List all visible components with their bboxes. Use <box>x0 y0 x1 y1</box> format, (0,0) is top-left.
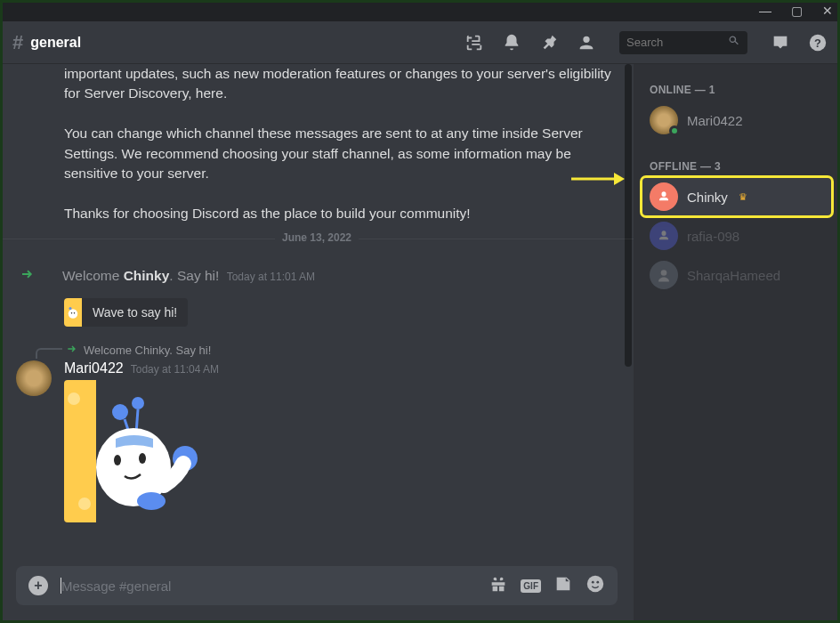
message-row: Mari0422 Today at 11:04 AM <box>0 359 634 522</box>
svg-point-2 <box>69 309 78 319</box>
svg-point-3 <box>71 312 73 314</box>
avatar <box>650 182 678 211</box>
search-input[interactable] <box>626 36 727 49</box>
message-input-area: + GIF <box>16 566 618 605</box>
svg-point-11 <box>114 455 121 465</box>
date-divider: June 13, 2022 <box>0 239 634 252</box>
gif-button[interactable]: GIF <box>521 579 541 593</box>
message-timestamp: Today at 11:04 AM <box>131 363 219 376</box>
close-button[interactable]: ✕ <box>822 4 833 17</box>
member-name: Mari0422 <box>687 113 743 128</box>
avatar <box>650 261 678 289</box>
svg-point-19 <box>661 270 667 276</box>
message-input[interactable] <box>61 578 476 594</box>
scrollbar[interactable] <box>625 64 632 367</box>
member-sharqahameed[interactable]: SharqaHameed <box>642 256 831 294</box>
channel-header: # general ? <box>0 21 840 64</box>
gift-icon[interactable] <box>489 574 508 597</box>
search-icon <box>727 34 740 51</box>
join-arrow-icon <box>66 343 78 358</box>
channel-name: general <box>30 35 81 51</box>
svg-point-5 <box>69 307 72 310</box>
notifications-icon[interactable] <box>502 33 521 53</box>
svg-text:?: ? <box>814 36 821 49</box>
sticker-wave[interactable] <box>64 380 212 522</box>
member-rafia-098[interactable]: rafia-098 <box>642 217 831 255</box>
svg-point-12 <box>139 453 146 464</box>
avatar[interactable] <box>16 360 52 396</box>
svg-point-17 <box>596 581 599 584</box>
members-icon[interactable] <box>577 33 596 53</box>
annotation-arrow-icon <box>569 169 626 189</box>
join-arrow-icon <box>20 266 36 286</box>
inbox-icon[interactable] <box>771 33 790 53</box>
svg-point-6 <box>112 404 128 420</box>
avatar <box>650 222 678 250</box>
member-name: rafia-098 <box>687 229 739 244</box>
svg-point-7 <box>132 397 144 409</box>
welcome-message: Welcome Chinky. Say hi! Today at 11:01 A… <box>0 263 634 293</box>
offline-label: OFFLINE — 3 <box>650 160 831 173</box>
svg-point-15 <box>587 576 603 592</box>
member-chinky[interactable]: Chinky ♛ <box>642 178 831 215</box>
online-label: ONLINE — 1 <box>650 84 831 96</box>
sticker-icon[interactable] <box>553 574 573 597</box>
threads-icon[interactable] <box>464 33 484 53</box>
minimize-button[interactable]: — <box>759 4 771 17</box>
hash-icon: # <box>12 31 23 54</box>
reply-context[interactable]: Welcome Chinky. Say hi! <box>36 343 634 359</box>
emoji-icon[interactable] <box>586 574 605 597</box>
wave-sticker-icon <box>64 298 82 327</box>
member-mari0422[interactable]: Mari0422 <box>642 101 831 139</box>
message-author[interactable]: Mari0422 <box>64 360 124 376</box>
owner-crown-icon: ♛ <box>739 191 747 203</box>
attach-button[interactable]: + <box>28 576 48 595</box>
maximize-button[interactable]: ▢ <box>791 4 803 17</box>
wave-button-label: Wave to say hi! <box>82 305 188 320</box>
chat-area: important updates, such as new moderatio… <box>0 64 634 623</box>
svg-point-13 <box>137 492 166 510</box>
avatar <box>650 106 678 134</box>
help-icon[interactable]: ? <box>808 33 828 53</box>
search-box[interactable] <box>619 31 747 54</box>
svg-point-4 <box>74 312 76 314</box>
system-message: important updates, such as new moderatio… <box>0 64 634 224</box>
status-online-icon <box>669 125 680 136</box>
member-name: SharqaHameed <box>687 268 780 283</box>
wave-button[interactable]: Wave to say hi! <box>64 298 188 327</box>
pinned-icon[interactable] <box>539 33 559 53</box>
members-panel: ONLINE — 1 Mari0422 OFFLINE — 3 Chinky ♛… <box>634 64 840 623</box>
member-name: Chinky <box>687 190 728 205</box>
title-bar: — ▢ ✕ <box>0 0 840 21</box>
svg-point-16 <box>592 581 594 584</box>
